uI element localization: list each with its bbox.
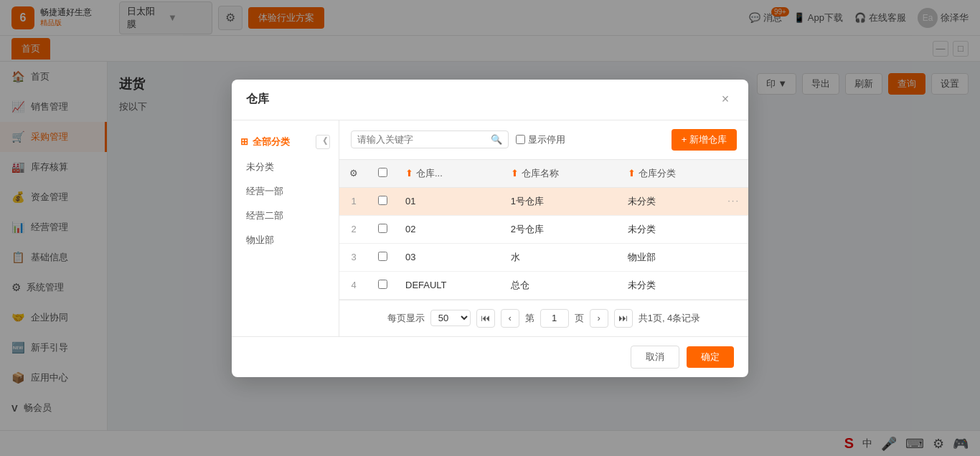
row-name: 总仓 (502, 271, 620, 299)
row-num: 4 (339, 271, 368, 299)
table-body: 1 01 1号仓库 未分类··· 2 02 2号仓库 未分类 3 03 水 物业… (339, 187, 748, 299)
page-number-input[interactable] (540, 309, 569, 328)
show-disabled-checkbox[interactable]: 显示停用 (516, 133, 565, 146)
table-row[interactable]: 3 03 水 物业部 (339, 243, 748, 271)
sort-icon-2: ⬆ (511, 168, 519, 179)
row-category: 未分类 (619, 271, 748, 299)
select-all-checkbox[interactable] (378, 168, 387, 177)
row-checkbox[interactable] (378, 280, 387, 289)
table-row[interactable]: 4 DEFAULT 总仓 未分类 (339, 271, 748, 299)
col-name: ⬆仓库名称 (502, 160, 620, 188)
row-code: 02 (397, 215, 502, 243)
table-row[interactable]: 1 01 1号仓库 未分类··· (339, 187, 748, 215)
col-settings: ⚙ (339, 160, 368, 188)
show-disabled-label: 显示停用 (528, 133, 565, 146)
per-page-select[interactable]: 50 100 200 (430, 310, 471, 326)
prev-page-button[interactable]: ‹ (501, 309, 519, 328)
col-code: ⬆仓库... (397, 160, 502, 188)
category-item-business2[interactable]: 经营二部 (232, 204, 339, 228)
search-input[interactable] (357, 134, 491, 145)
row-name: 1号仓库 (502, 187, 620, 215)
col-category: ⬆仓库分类 (619, 160, 748, 188)
row-code: 03 (397, 243, 502, 271)
category-header-label: 全部分类 (253, 136, 290, 148)
next-page-button[interactable]: › (590, 309, 608, 328)
first-page-button[interactable]: ⏮ (476, 309, 495, 328)
category-item-property[interactable]: 物业部 (232, 228, 339, 252)
row-code: DEFAULT (397, 271, 502, 299)
page-summary: 共1页, 4条记录 (639, 312, 701, 325)
row-category: 未分类··· (619, 187, 748, 215)
row-name: 水 (502, 243, 620, 271)
pagination: 每页显示 50 100 200 ⏮ ‹ 第 页 › ⏭ 共1页, 4条记录 (339, 300, 748, 336)
category-item-unclassified[interactable]: 未分类 (232, 155, 339, 179)
warehouse-table-container: ⚙ ⬆仓库... ⬆仓库名称 ⬆仓库分类 1 01 1号仓库 未分类··· 2 (339, 160, 748, 300)
modal-overlay[interactable]: 仓库 × ⊞ 全部分类 《 未分类 经营一部 经营二部 物业部 (0, 0, 980, 456)
row-checkbox[interactable] (378, 196, 387, 205)
row-category: 物业部 (619, 243, 748, 271)
row-checkbox-cell (368, 243, 397, 271)
table-panel: 🔍 显示停用 + 新增仓库 ⚙ (339, 120, 748, 336)
modal-body: ⊞ 全部分类 《 未分类 经营一部 经营二部 物业部 🔍 (232, 120, 748, 336)
modal-header: 仓库 × (232, 80, 748, 120)
per-page-label: 每页显示 (387, 312, 425, 325)
close-button[interactable]: × (717, 91, 734, 108)
grid-icon: ⊞ (240, 136, 248, 147)
warehouse-modal: 仓库 × ⊞ 全部分类 《 未分类 经营一部 经营二部 物业部 (232, 80, 748, 377)
row-num: 2 (339, 215, 368, 243)
category-item-business1[interactable]: 经营一部 (232, 179, 339, 204)
collapse-button[interactable]: 《 (316, 135, 330, 149)
row-action-dots[interactable]: ··· (727, 195, 740, 206)
page-label: 第 (525, 312, 534, 325)
search-icon[interactable]: 🔍 (491, 134, 502, 145)
modal-title: 仓库 (246, 92, 269, 107)
row-code: 01 (397, 187, 502, 215)
row-category: 未分类 (619, 215, 748, 243)
modal-footer: 取消 确定 (232, 336, 748, 377)
row-checkbox-cell (368, 271, 397, 299)
row-checkbox-cell (368, 187, 397, 215)
cancel-button[interactable]: 取消 (631, 346, 679, 369)
show-disabled-input[interactable] (516, 135, 525, 144)
row-num: 3 (339, 243, 368, 271)
warehouse-table: ⚙ ⬆仓库... ⬆仓库名称 ⬆仓库分类 1 01 1号仓库 未分类··· 2 (339, 160, 748, 300)
sort-icon: ⬆ (405, 168, 413, 179)
category-panel: ⊞ 全部分类 《 未分类 经营一部 经营二部 物业部 (232, 120, 339, 336)
category-header: ⊞ 全部分类 《 (232, 129, 339, 155)
row-checkbox-cell (368, 215, 397, 243)
row-name: 2号仓库 (502, 215, 620, 243)
row-checkbox[interactable] (378, 224, 387, 233)
table-toolbar: 🔍 显示停用 + 新增仓库 (339, 120, 748, 160)
table-row[interactable]: 2 02 2号仓库 未分类 (339, 215, 748, 243)
sort-icon-3: ⬆ (628, 168, 636, 179)
last-page-button[interactable]: ⏭ (614, 309, 633, 328)
page-suffix: 页 (575, 312, 584, 325)
confirm-button[interactable]: 确定 (687, 346, 734, 368)
col-checkbox (368, 160, 397, 188)
row-checkbox[interactable] (378, 252, 387, 261)
row-num: 1 (339, 187, 368, 215)
search-box: 🔍 (351, 130, 509, 148)
table-header: ⚙ ⬆仓库... ⬆仓库名称 ⬆仓库分类 (339, 160, 748, 188)
new-warehouse-button[interactable]: + 新增仓库 (672, 129, 737, 151)
